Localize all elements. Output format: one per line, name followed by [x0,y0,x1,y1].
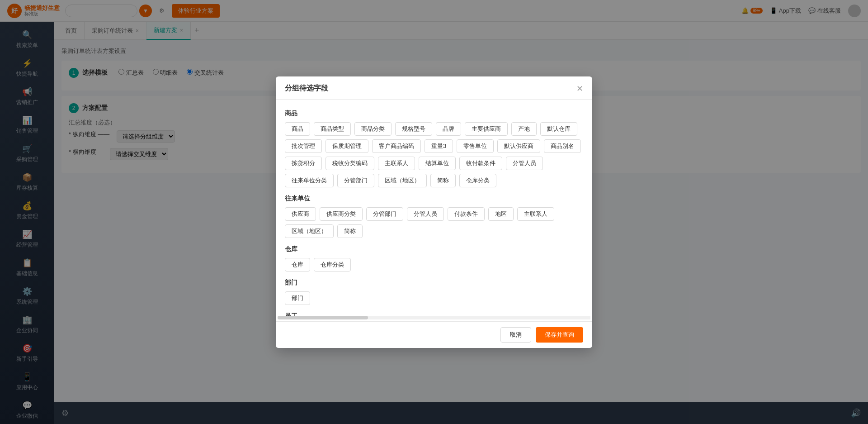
modal-title: 分组待选字段 [285,84,328,93]
department-fields: 部门 [285,291,583,305]
field-retail-unit[interactable]: 零售单位 [457,139,494,153]
cancel-button[interactable]: 取消 [500,327,531,343]
section-warehouse: 仓库 仓库 仓库分类 [285,245,583,272]
field-product-type[interactable]: 商品类型 [314,122,351,136]
field-pa-manage-dept[interactable]: 分管部门 [366,207,403,221]
scrollbar-thumb[interactable] [278,316,368,319]
field-pick-points[interactable]: 拣货积分 [285,157,322,170]
field-main-contact[interactable]: 主联系人 [378,157,415,170]
field-settlement-unit[interactable]: 结算单位 [419,157,456,170]
warehouse-fields: 仓库 仓库分类 [285,258,583,272]
product-fields: 商品 商品类型 商品分类 规格型号 品牌 主要供应商 产地 默认仓库 批次管理 … [285,122,583,187]
field-short-name[interactable]: 简称 [430,174,456,187]
field-pa-manager[interactable]: 分管人员 [407,207,444,221]
field-pa-short-name[interactable]: 简称 [337,224,363,238]
field-pa-area[interactable]: 区域（地区） [285,224,334,238]
section-partner: 往来单位 供应商 供应商分类 分管部门 分管人员 付款条件 地区 主联系人 区域… [285,195,583,238]
modal-footer: 取消 保存并查询 [276,321,592,348]
field-warehouse-category[interactable]: 仓库分类 [459,174,496,187]
field-supplier-category[interactable]: 供应商分类 [320,207,363,221]
field-supplier[interactable]: 供应商 [285,207,316,221]
field-partner-category[interactable]: 往来单位分类 [285,174,334,187]
field-customer-code[interactable]: 客户商品编码 [372,139,421,153]
field-tax-code[interactable]: 税收分类编码 [326,157,374,170]
modal-scrollbar-x-area [276,316,592,321]
field-batch-mgmt[interactable]: 批次管理 [285,139,322,153]
field-payment-term[interactable]: 收付款条件 [459,157,502,170]
field-region[interactable]: 区域（地区） [378,174,427,187]
modal-dialog: 分组待选字段 ✕ 商品 商品 商品类型 商品分类 规格型号 [276,76,592,348]
section-partner-title: 往来单位 [285,195,583,203]
modal-header: 分组待选字段 ✕ [276,76,592,100]
content-area: 采购订单统计表方案设置 1 选择模板 汇总表 明细表 交叉统计表 [54,40,868,402]
field-default-supplier[interactable]: 默认供应商 [497,139,540,153]
section-employee: 员工 业务员 [285,312,583,316]
field-w-category[interactable]: 仓库分类 [314,258,351,272]
section-department-title: 部门 [285,279,583,287]
field-dept[interactable]: 部门 [285,291,310,305]
modal-body: 商品 商品 商品类型 商品分类 规格型号 品牌 主要供应商 产地 默认仓库 批次… [276,100,592,316]
field-product-category[interactable]: 商品分类 [354,122,392,136]
field-weight3[interactable]: 重量3 [425,139,453,153]
scrollbar-x[interactable] [278,316,590,319]
field-warehouse[interactable]: 仓库 [285,258,310,272]
field-manager[interactable]: 分管人员 [506,157,543,170]
main-content: 首页 采购订单统计表 × 新建方案 × + 采购订单统计表方案设置 1 选择模板… [54,22,868,424]
section-warehouse-title: 仓库 [285,245,583,253]
modal-close-icon[interactable]: ✕ [576,84,583,94]
field-default-warehouse[interactable]: 默认仓库 [540,122,577,136]
field-pa-main-contact[interactable]: 主联系人 [517,207,554,221]
field-origin[interactable]: 产地 [511,122,537,136]
field-spec-model[interactable]: 规格型号 [395,122,432,136]
main-layout: 🔍 搜索菜单 ⚡ 快捷导航 📢 营销推广 📊 销售管理 🛒 采购管理 📦 库存核… [0,22,868,424]
field-product[interactable]: 商品 [285,122,310,136]
section-department: 部门 部门 [285,279,583,305]
confirm-button[interactable]: 保存并查询 [536,327,583,343]
field-product-alias[interactable]: 商品别名 [544,139,581,153]
field-pa-payment[interactable]: 付款条件 [448,207,485,221]
field-brand[interactable]: 品牌 [436,122,461,136]
modal-overlay: 分组待选字段 ✕ 商品 商品 商品类型 商品分类 规格型号 [54,40,868,402]
field-main-supplier[interactable]: 主要供应商 [465,122,508,136]
section-product-title: 商品 [285,110,583,118]
field-shelf-life[interactable]: 保质期管理 [326,139,368,153]
section-product: 商品 商品 商品类型 商品分类 规格型号 品牌 主要供应商 产地 默认仓库 批次… [285,110,583,187]
field-manage-dept[interactable]: 分管部门 [337,174,374,187]
partner-fields: 供应商 供应商分类 分管部门 分管人员 付款条件 地区 主联系人 区域（地区） … [285,207,583,238]
section-employee-title: 员工 [285,312,583,316]
field-pa-region[interactable]: 地区 [488,207,514,221]
